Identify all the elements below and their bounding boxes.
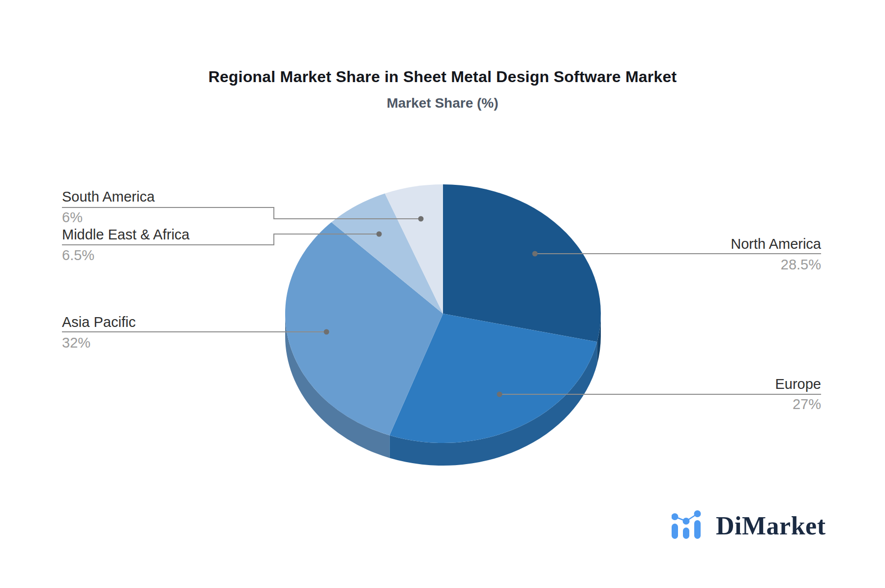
dimarket-logo-text: DiMarket xyxy=(716,513,826,539)
slice-value-middle-east-africa: 6.5% xyxy=(62,247,94,264)
slice-label-north-america: North America xyxy=(731,235,821,252)
logo-bar xyxy=(672,524,678,539)
slice-value-asia-pacific: 32% xyxy=(62,334,90,351)
logo-dot xyxy=(683,518,690,525)
slice-value-south-america: 6% xyxy=(62,209,83,226)
callout-dot-middle-east-africa xyxy=(377,232,382,237)
slice-value-north-america: 28.5% xyxy=(781,256,821,273)
callout-dot-asia-pacific xyxy=(324,329,329,335)
callout-dot-north-america xyxy=(532,251,538,257)
slice-label-south-america: South America xyxy=(62,188,155,205)
pie-chart xyxy=(0,0,885,588)
logo-dot xyxy=(694,510,701,517)
slice-label-europe: Europe xyxy=(775,376,821,392)
dimarket-logo: DiMarket xyxy=(672,510,826,539)
slice-value-europe: 27% xyxy=(793,396,821,412)
logo-bar xyxy=(694,520,701,539)
callout-dot-south-america xyxy=(418,216,424,222)
callout-dot-europe xyxy=(497,392,502,397)
pie-chart-page: Regional Market Share in Sheet Metal Des… xyxy=(0,0,885,588)
logo-bar xyxy=(683,528,689,539)
slice-label-middle-east-africa: Middle East & Africa xyxy=(62,226,190,243)
dimarket-logo-icon xyxy=(672,510,708,539)
slice-label-asia-pacific: Asia Pacific xyxy=(62,314,136,330)
logo-dot xyxy=(672,513,678,520)
